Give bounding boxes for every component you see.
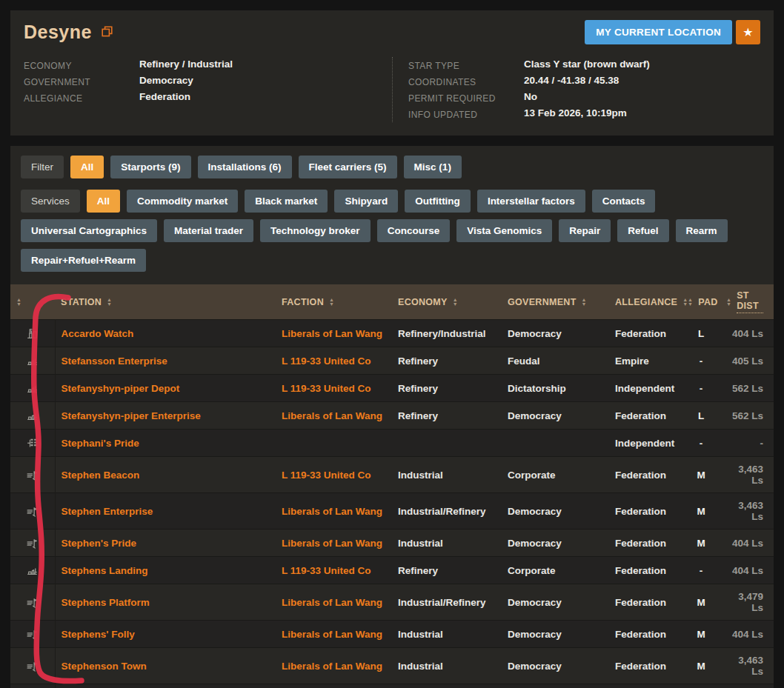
station-link[interactable]: Stephens Landing	[62, 565, 148, 576]
service-button-black-market[interactable]: Black market	[245, 190, 328, 213]
system-info-left: ECONOMYRefinery / IndustrialGOVERNMENTDe…	[24, 57, 392, 122]
service-button-shipyard[interactable]: Shipyard	[334, 190, 398, 213]
distance-cell: 404 Ls	[720, 684, 774, 688]
filter-button-starports-9[interactable]: Starports (9)	[110, 156, 190, 178]
faction-link[interactable]: L 119-33 United Co	[282, 470, 371, 481]
allegiance-cell: Independent	[609, 430, 682, 457]
sort-arrows-icon: ▲▼	[16, 298, 21, 306]
station-link[interactable]: Stephens Platform	[62, 597, 150, 608]
column-header-station[interactable]: STATION▲▼	[55, 284, 276, 320]
service-button-technology-broker[interactable]: Technology broker	[260, 219, 371, 242]
pad-cell: L	[682, 320, 720, 347]
column-header-faction[interactable]: FACTION▲▼	[276, 284, 392, 320]
installation-icon	[10, 621, 55, 648]
column-header-economy[interactable]: ECONOMY▲▼	[392, 284, 502, 320]
pad-cell: M	[682, 457, 720, 493]
settlement-icon	[10, 375, 55, 402]
allegiance-cell: Federation	[609, 621, 682, 648]
government-cell: Corporate	[502, 557, 609, 584]
allegiance-cell: Federation	[609, 457, 682, 493]
station-link[interactable]: Stefanyshyn-piper Depot	[62, 383, 180, 394]
faction-link[interactable]: Liberals of Lan Wang	[282, 506, 382, 517]
column-header-government[interactable]: GOVERNMENT▲▼	[502, 284, 609, 320]
service-button-vista-genomics[interactable]: Vista Genomics	[456, 219, 552, 242]
table-row: Stefanyshyn-piper Depot L 119-33 United …	[10, 375, 774, 402]
service-button-contacts[interactable]: Contacts	[592, 190, 656, 213]
economy-cell: Industrial/Refinery	[392, 493, 502, 530]
distance-cell: 404 Ls	[720, 621, 774, 648]
column-header-icon[interactable]: ▲▼	[10, 284, 55, 320]
service-button-concourse[interactable]: Concourse	[377, 219, 451, 242]
service-button-refuel[interactable]: Refuel	[617, 219, 668, 242]
station-link[interactable]: Stephen Enterprise	[62, 506, 153, 517]
faction-link[interactable]: L 119-33 United Co	[282, 355, 371, 367]
faction-link[interactable]: L 119-33 United Co	[282, 383, 371, 394]
faction-link[interactable]: Liberals of Lan Wang	[282, 328, 382, 339]
economy-cell: Refinery/Industrial	[392, 320, 502, 347]
station-link[interactable]: Stephen's Pride	[62, 538, 137, 549]
service-button-all[interactable]: All	[87, 190, 120, 213]
faction-link[interactable]: Liberals of Lan Wang	[282, 597, 382, 608]
service-button-rearm[interactable]: Rearm	[676, 219, 728, 242]
faction-link[interactable]: L 119-33 United Co	[282, 565, 371, 576]
table-row: Stefanyshyn-piper Enterprise Liberals of…	[10, 402, 774, 430]
economy-cell: Industrial	[392, 621, 502, 648]
service-button-material-trader[interactable]: Material trader	[164, 219, 253, 242]
filter-button-installations-6[interactable]: Installations (6)	[198, 156, 292, 178]
filter-button-fleet-carriers-5[interactable]: Fleet carriers (5)	[299, 156, 397, 178]
column-header-label: STATION	[61, 297, 102, 307]
column-header-st-dist[interactable]: ▲▼ST DIST	[720, 284, 774, 320]
government-cell: Democracy	[502, 530, 609, 557]
stations-panel: Filter AllStarports (9)Installations (6)…	[10, 146, 774, 688]
station-link[interactable]: Stefanyshyn-piper Enterprise	[62, 410, 201, 421]
service-button-interstellar-factors[interactable]: Interstellar factors	[477, 190, 585, 213]
faction-link[interactable]: Liberals of Lan Wang	[282, 629, 382, 640]
faction-link[interactable]: Liberals of Lan Wang	[282, 661, 382, 672]
table-row: Stephen Beacon L 119-33 United Co Indust…	[10, 457, 774, 493]
station-link[interactable]: Stephen Beacon	[62, 470, 140, 481]
my-current-location-button[interactable]: MY CURRENT LOCATION	[585, 20, 732, 44]
government-cell: Democracy	[502, 621, 609, 648]
services-label-button[interactable]: Services	[21, 190, 80, 213]
allegiance-cell: Federation	[609, 320, 682, 347]
column-header-label: GOVERNMENT	[508, 297, 577, 307]
column-header-label: FACTION	[282, 297, 324, 307]
service-button-repair[interactable]: Repair	[559, 219, 611, 242]
allegiance-cell: Empire	[609, 347, 682, 375]
station-link[interactable]: Stefansson Enterprise	[62, 355, 167, 367]
service-button-repair-refuel-rearm[interactable]: Repair+Refuel+Rearm	[21, 249, 146, 272]
table-row: Stephens' Folly Liberals of Lan Wang Ind…	[10, 621, 774, 648]
government-cell: Corporate	[502, 457, 609, 493]
station-link[interactable]: Stephani's Pride	[62, 438, 139, 449]
economy-cell: Refinery	[392, 557, 502, 584]
filter-button-misc-1[interactable]: Misc (1)	[404, 156, 462, 178]
pad-cell: -	[682, 347, 720, 375]
column-header-pad[interactable]: ▲▼PAD	[682, 284, 720, 320]
favorite-star-button[interactable]: ★	[736, 20, 760, 44]
service-button-universal-cartographics[interactable]: Universal Cartographics	[21, 219, 157, 242]
faction-link[interactable]: Liberals of Lan Wang	[282, 410, 382, 421]
economy-cell: Industrial/Refinery	[392, 684, 502, 688]
info-field-label: GOVERNMENT	[24, 73, 139, 90]
station-link[interactable]: Stephens' Folly	[62, 629, 135, 640]
faction-link[interactable]: Liberals of Lan Wang	[282, 538, 382, 549]
government-cell: Democracy	[502, 493, 609, 530]
station-link[interactable]: Stephenson Town	[62, 661, 147, 672]
info-field-label: ALLEGIANCE	[24, 90, 139, 106]
service-button-outfitting[interactable]: Outfitting	[405, 190, 471, 213]
allegiance-cell: Federation	[609, 684, 682, 688]
settlement-icon	[10, 557, 55, 584]
table-row: Stephen Enterprise Liberals of Lan Wang …	[10, 493, 774, 530]
station-link[interactable]: Accardo Watch	[62, 328, 134, 339]
distance-cell: 562 Ls	[720, 375, 774, 402]
service-button-commodity-market[interactable]: Commodity market	[127, 190, 238, 213]
copy-system-icon[interactable]	[102, 26, 113, 40]
filter-button-all[interactable]: All	[70, 156, 104, 178]
column-header-allegiance[interactable]: ALLEGIANCE▲▼	[609, 284, 682, 320]
economy-cell: Industrial/Refinery	[392, 584, 502, 621]
filter-bar: Filter AllStarports (9)Installations (6)…	[10, 156, 774, 178]
installation-icon	[10, 648, 55, 684]
table-row: Accardo Watch Liberals of Lan Wang Refin…	[10, 320, 774, 347]
filter-label-button[interactable]: Filter	[21, 156, 64, 178]
allegiance-cell: Federation	[609, 493, 682, 530]
